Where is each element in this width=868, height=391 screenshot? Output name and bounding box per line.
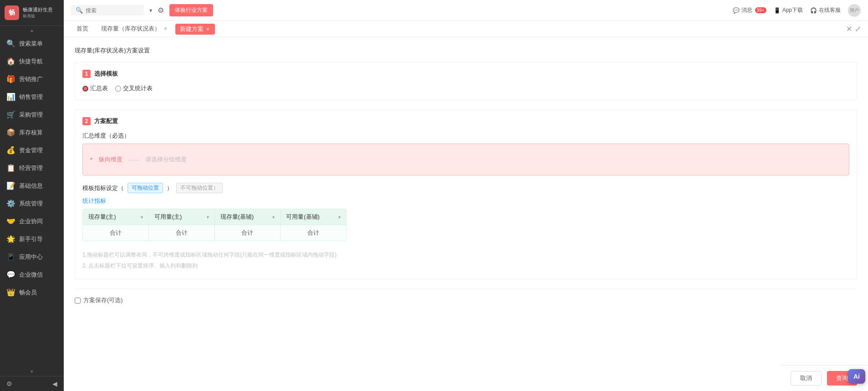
system-icon: ⚙️ [6, 199, 15, 208]
message-icon: 💬 [733, 7, 740, 14]
tab-new-plan-label: 新建方案 [180, 25, 204, 33]
stats-table-row-0: 合计 合计 合计 合计 [83, 225, 346, 241]
sidebar-item-marketing[interactable]: 🎁 营销推广 [0, 70, 64, 88]
tab-expand-btn[interactable]: ⤢ [855, 25, 861, 33]
stats-col-2: 现存量(基辅) ▾ [215, 209, 281, 225]
radio-cross-input[interactable] [115, 86, 121, 92]
sidebar-item-system[interactable]: ⚙️ 系统管理 [0, 195, 64, 212]
tab-inventory-label: 现存量（库存状况表） [101, 25, 160, 33]
section1-header: 1 选择模板 [82, 70, 849, 78]
sidebar-item-label: 经营管理 [19, 164, 43, 172]
app-logo-icon: 畅 [5, 5, 19, 20]
ai-float-btn[interactable]: Ai [848, 369, 865, 384]
member-icon: 👑 [6, 288, 15, 297]
template-radio-group: 汇总表 交叉统计表 [82, 84, 849, 93]
trial-btn[interactable]: 体验行业方案 [169, 4, 213, 16]
radio-summary-input[interactable] [82, 86, 88, 92]
indicator-label-text: 模板指标设定（ [82, 184, 124, 192]
stats-col-2-chevron[interactable]: ▾ [272, 215, 275, 220]
radio-cross[interactable]: 交叉统计表 [115, 84, 153, 93]
radio-summary[interactable]: 汇总表 [82, 84, 108, 93]
tab-inventory-close-btn[interactable]: × [163, 26, 168, 32]
user-avatar[interactable]: 用户 [848, 4, 861, 17]
section2-title: 方案配置 [94, 117, 118, 125]
sidebar-item-quick-nav[interactable]: 🏠 快捷导航 [0, 52, 64, 70]
sidebar-item-label: 采购管理 [19, 111, 43, 119]
sidebar-item-label: 基础信息 [19, 182, 43, 190]
search-input[interactable] [86, 7, 131, 14]
indicator-settings-label: 模板指标设定（ 可拖动位置 ） 不可拖动位置） [82, 183, 849, 193]
topbar-app-download[interactable]: 📱 App下载 [774, 6, 803, 14]
topbar-online-service[interactable]: 🎧 在线客服 [810, 6, 841, 14]
stats-col-1-chevron[interactable]: ▾ [207, 215, 209, 220]
non-draggable-badge: 不可拖动位置） [176, 183, 223, 193]
sidebar-logo: 畅 畅康通好生意 标准版 [0, 0, 64, 26]
stats-section-title: 统计指标 [82, 197, 849, 205]
sidebar-item-search-menu[interactable]: 🔍 搜索菜单 [0, 35, 64, 52]
wechat-icon: 💬 [6, 270, 15, 279]
stats-col-0-chevron[interactable]: ▾ [141, 215, 143, 220]
sales-icon: 📊 [6, 93, 15, 101]
online-service-icon: 🎧 [810, 7, 817, 14]
page-content: 现存量(库存状况表)方案设置 1 选择模板 汇总表 交叉统计表 [64, 37, 868, 391]
message-badge: 99+ [755, 7, 766, 13]
online-service-label: 在线客服 [819, 6, 841, 14]
stats-cell-0: 合计 [83, 225, 149, 241]
radio-summary-label: 汇总表 [90, 84, 108, 93]
sidebar-nav: 🔍 搜索菜单 🏠 快捷导航 🎁 营销推广 📊 销售管理 🛒 采购管理 📦 库存核… [0, 35, 64, 367]
stats-col-3-chevron[interactable]: ▾ [338, 215, 341, 220]
section2-num: 2 [82, 117, 91, 125]
tab-new-plan-close-btn[interactable]: × [205, 26, 210, 32]
sidebar-audio-btn[interactable]: ◀ [52, 380, 57, 387]
sidebar-item-cooperation[interactable]: 🤝 企业协同 [0, 212, 64, 230]
dim-label: 汇总维度（必选） [82, 132, 849, 140]
topbar-message[interactable]: 💬 消息 99+ [733, 6, 766, 14]
topbar-search-box[interactable]: 🔍 [71, 5, 144, 15]
tip-item-0: 1.拖动标题栏可以调整布局，不可跨维度或指标区域拖动任何字段(只能在同一维度或指… [82, 250, 849, 260]
sidebar-item-label: 快捷导航 [19, 57, 43, 66]
sidebar-item-finance[interactable]: 💰 资金管理 [0, 141, 64, 159]
sidebar-item-app-center[interactable]: 📱 应用中心 [0, 248, 64, 266]
operations-icon: 📋 [6, 164, 15, 172]
scroll-up-indicator: ▲ [0, 26, 64, 35]
tab-inventory-status[interactable]: 现存量（库存状况表） × [96, 22, 174, 36]
section-choose-template: 1 选择模板 汇总表 交叉统计表 [75, 62, 857, 100]
radio-cross-label: 交叉统计表 [123, 84, 153, 93]
page-panel: 现存量(库存状况表)方案设置 1 选择模板 汇总表 交叉统计表 [64, 37, 868, 391]
indicator-settings: 模板指标设定（ 可拖动位置 ） 不可拖动位置） 统计指标 现存量(主) ▾ [82, 183, 849, 241]
sidebar-item-member[interactable]: 👑 畅会员 [0, 283, 64, 301]
app-download-label: App下载 [782, 6, 803, 14]
sidebar-item-wechat[interactable]: 💬 企业微信 [0, 266, 64, 283]
stats-col-1-label: 可用量(主) [154, 213, 182, 221]
sidebar-item-inventory[interactable]: 📦 库存核算 [0, 123, 64, 141]
topbar-dropdown-btn[interactable]: ▾ [149, 7, 152, 14]
cancel-button[interactable]: 取消 [791, 371, 822, 386]
sidebar-item-new-guide[interactable]: 🌟 新手引导 [0, 230, 64, 248]
save-option: 方案保存(可选) [75, 288, 857, 304]
dim-dash: —— [128, 156, 140, 163]
footer-spacer [75, 304, 857, 332]
dim-vertical-label: 纵向维度 [99, 155, 123, 164]
tab-new-plan[interactable]: 新建方案 × [175, 24, 215, 35]
tab-home[interactable]: 首页 [71, 22, 94, 36]
ai-btn-label: Ai [853, 373, 860, 380]
sidebar: 畅 畅康通好生意 标准版 ▲ 🔍 搜索菜单 🏠 快捷导航 🎁 营销推广 📊 销售… [0, 0, 64, 391]
save-checkbox[interactable] [75, 298, 81, 304]
sidebar-item-purchase[interactable]: 🛒 采购管理 [0, 106, 64, 123]
search-icon: 🔍 [76, 7, 83, 14]
inventory-icon: 📦 [6, 128, 15, 137]
tab-close-all-btn[interactable]: ✕ [846, 25, 852, 33]
topbar-gear-btn[interactable]: ⚙ [158, 6, 164, 15]
sidebar-item-basic-info[interactable]: 📝 基础信息 [0, 177, 64, 195]
sidebar-item-label: 企业微信 [19, 271, 43, 279]
cooperation-icon: 🤝 [6, 217, 15, 226]
section-plan-config: 2 方案配置 汇总维度（必选） * 纵向维度 —— 请选择分组维度 模板指标设定… [75, 109, 857, 279]
sidebar-item-operations[interactable]: 📋 经营管理 [0, 159, 64, 177]
page-title: 现存量(库存状况表)方案设置 [75, 46, 857, 55]
sidebar-settings-btn[interactable]: ⚙ [6, 380, 12, 387]
sidebar-item-label: 搜索菜单 [19, 40, 43, 48]
avatar-text: 用户 [850, 7, 859, 14]
sidebar-item-sales[interactable]: 📊 销售管理 [0, 88, 64, 106]
stats-col-1: 可用量(主) ▾ [149, 209, 215, 225]
tip-item-1: 2. 点击标题栏下拉可设置排序、插入列和删除列 [82, 261, 849, 271]
